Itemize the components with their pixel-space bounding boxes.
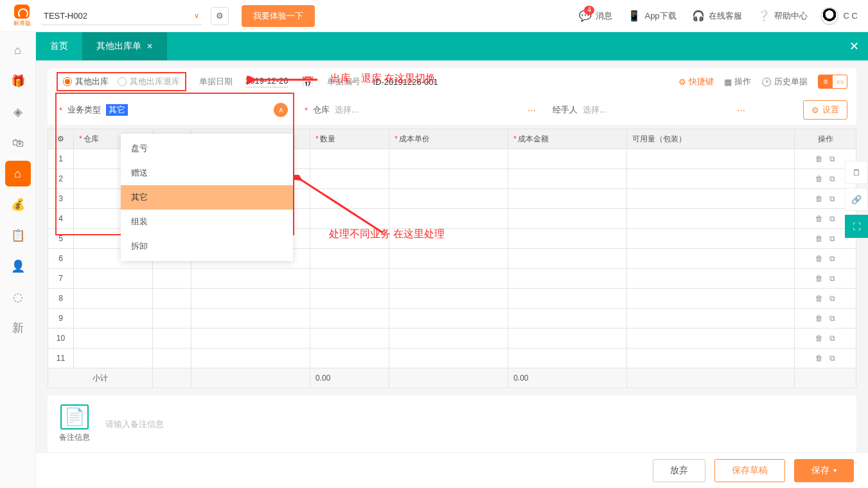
rail-link-icon[interactable]: 🔗	[845, 188, 868, 211]
biz-option-gift[interactable]: 赠送	[121, 161, 293, 185]
nav-warehouse-icon[interactable]: ⌂	[5, 161, 31, 186]
nav-clipboard-icon[interactable]: 📋	[5, 222, 31, 248]
delete-icon[interactable]: 🗑	[815, 234, 823, 243]
annotation-text-2: 处理不同业务 在这里处理	[329, 228, 445, 241]
table-row[interactable]: 11🗑⧉	[48, 348, 856, 368]
handler-label: 经手人	[553, 104, 578, 116]
radio-other-outbound-return[interactable]: 其他出库退库	[118, 76, 180, 87]
annotation-text-1: 出库、退库 在这里切换	[330, 72, 436, 86]
radio-dot-icon	[63, 77, 72, 86]
copy-icon[interactable]: ⧉	[829, 174, 835, 183]
table-row[interactable]: 9🗑⧉	[48, 309, 856, 329]
doc-date-value[interactable]: 2019-12-26	[245, 76, 288, 87]
form-header: 其他出库 其他出库退库 单据日期 2019-12-26 📅 单据编号 ID-20…	[48, 68, 856, 95]
nav-contact-icon[interactable]: 👤	[5, 253, 31, 279]
nav-bag-icon[interactable]: 🛍	[5, 130, 31, 156]
copy-icon[interactable]: ⧉	[829, 254, 835, 263]
copy-icon[interactable]: ⧉	[829, 334, 835, 343]
delete-icon[interactable]: 🗑	[815, 354, 823, 363]
try-button[interactable]: 我要体验一下	[242, 5, 315, 27]
messages-link[interactable]: 💬 消息 4	[579, 10, 612, 22]
ops-button[interactable]: ▦操作	[724, 76, 751, 87]
history-button[interactable]: 🕑历史单据	[761, 76, 808, 87]
col-available: 可用量（包装）	[627, 129, 795, 149]
grid-icon: ▦	[724, 77, 732, 87]
delete-icon[interactable]: 🗑	[815, 154, 823, 163]
settings-button[interactable]: ⚙设置	[803, 100, 847, 120]
radio-other-outbound[interactable]: 其他出库	[63, 76, 109, 87]
row-index: 7	[48, 269, 74, 289]
tab-current-label: 其他出库单	[96, 41, 141, 52]
app-download-link[interactable]: 📱 App下载	[628, 10, 676, 22]
settings-icon[interactable]: ⚙	[211, 7, 229, 25]
save-draft-button[interactable]: 保存草稿	[714, 459, 785, 482]
user-avatar[interactable]	[820, 7, 838, 25]
biz-option-other[interactable]: 其它	[121, 185, 293, 210]
row-index: 3	[48, 189, 74, 209]
view-toggle[interactable]: ≡▭	[818, 75, 847, 89]
save-button[interactable]: 保存▾	[794, 459, 854, 482]
row-index: 8	[48, 289, 74, 309]
customer-service-link[interactable]: 🎧 在线客服	[692, 10, 742, 22]
table-row[interactable]: 8🗑⧉	[48, 289, 856, 309]
delete-icon[interactable]: 🗑	[815, 274, 823, 283]
shortcut-button[interactable]: ⚙快捷键	[678, 76, 714, 87]
copy-icon[interactable]: ⧉	[829, 274, 835, 283]
delete-icon[interactable]: 🗑	[815, 314, 823, 323]
user-name[interactable]: C C	[844, 11, 858, 21]
nav-new-icon[interactable]: 新	[5, 315, 31, 341]
rail-note-icon[interactable]: 🗒	[845, 161, 868, 184]
table-row[interactable]: 10🗑⧉	[48, 329, 856, 348]
nav-diamond-icon[interactable]: ◈	[5, 99, 31, 125]
calendar-icon[interactable]: 📅	[301, 76, 314, 88]
close-icon[interactable]: ✕	[146, 42, 153, 51]
chevron-up-icon[interactable]: ∧	[274, 103, 288, 117]
biz-option-disassembly[interactable]: 拆卸	[121, 234, 293, 258]
row-index: 6	[48, 249, 74, 269]
gear-icon: ⚙	[811, 105, 819, 115]
bolt-icon: ⚙	[678, 77, 686, 87]
tab-other-outbound[interactable]: 其他出库单 ✕	[82, 32, 167, 60]
rail-expand-icon[interactable]: ⛶	[845, 215, 868, 238]
delete-icon[interactable]: 🗑	[815, 214, 823, 223]
biz-option-assembly[interactable]: 组装	[121, 210, 293, 234]
row-index: 4	[48, 209, 74, 229]
warehouse-field[interactable]: *仓库 选择... ⋯	[305, 104, 536, 116]
copy-icon[interactable]: ⧉	[829, 194, 835, 203]
more-icon[interactable]: ⋯	[737, 105, 745, 115]
nav-money-icon[interactable]: 💰	[5, 192, 31, 217]
nav-gift-icon[interactable]: 🎁	[5, 68, 31, 94]
row-index: 10	[48, 329, 74, 348]
more-icon[interactable]: ⋯	[527, 105, 536, 115]
biz-option-loss[interactable]: 盘亏	[121, 136, 293, 161]
discard-button[interactable]: 放弃	[653, 459, 705, 482]
radio-dot-icon	[118, 77, 127, 86]
nav-home-icon[interactable]: ⌂	[5, 37, 31, 63]
delete-icon[interactable]: 🗑	[815, 194, 823, 203]
table-row[interactable]: 7🗑⧉	[48, 269, 856, 289]
help-center-link[interactable]: ❔ 帮助中心	[757, 10, 808, 22]
tab-home[interactable]: 首页	[36, 32, 82, 60]
delete-icon[interactable]: 🗑	[815, 294, 823, 303]
business-type-field[interactable]: *业务类型 其它 ∧ 盘亏 赠送 其它 组装 拆卸	[57, 104, 288, 116]
messages-badge: 4	[584, 6, 594, 15]
copy-icon[interactable]: ⧉	[829, 234, 835, 243]
card-view-icon: ▭	[833, 75, 847, 88]
handler-placeholder: 选择...	[583, 104, 607, 116]
tenant-selector[interactable]: TEST-H002 ∨	[41, 7, 202, 25]
remark-input[interactable]	[105, 419, 845, 429]
business-type-dropdown: 盘亏 赠送 其它 组装 拆卸	[121, 134, 293, 261]
copy-icon[interactable]: ⧉	[829, 354, 835, 363]
copy-icon[interactable]: ⧉	[829, 214, 835, 223]
delete-icon[interactable]: 🗑	[815, 334, 823, 343]
delete-icon[interactable]: 🗑	[815, 254, 823, 263]
col-settings[interactable]: ⚙	[48, 129, 74, 149]
handler-field[interactable]: 经手人 选择... ⋯	[553, 104, 745, 116]
copy-icon[interactable]: ⧉	[829, 294, 835, 303]
tabs-close-all[interactable]: ✕	[840, 32, 868, 60]
delete-icon[interactable]: 🗑	[815, 174, 823, 183]
copy-icon[interactable]: ⧉	[829, 154, 835, 163]
copy-icon[interactable]: ⧉	[829, 314, 835, 323]
messages-label: 消息	[596, 10, 612, 22]
nav-sync-icon[interactable]: ◌	[5, 284, 31, 310]
